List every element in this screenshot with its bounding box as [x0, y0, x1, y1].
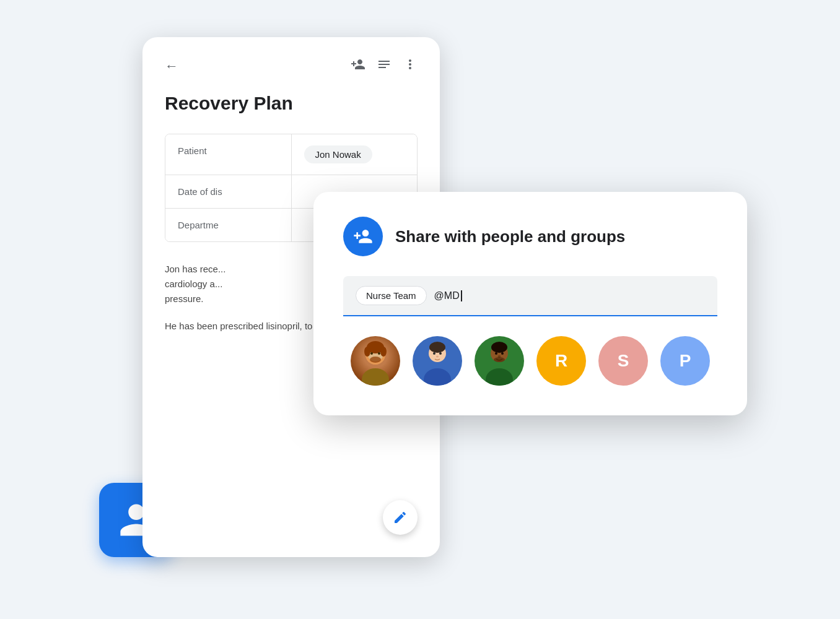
svg-point-2 [362, 368, 389, 386]
more-icon[interactable] [403, 57, 418, 76]
svg-point-9 [370, 357, 381, 363]
text-cursor [461, 290, 462, 301]
share-dialog: Share with people and groups Nurse Team … [313, 192, 747, 415]
scene: ← Recovery Plan Patient [0, 0, 840, 619]
add-person-icon[interactable] [351, 57, 365, 76]
share-input-text: @MD [434, 290, 462, 301]
date-label: Date of dis [165, 175, 292, 208]
dept-label: Departme [165, 209, 292, 241]
svg-point-16 [486, 368, 513, 386]
patient-value: Jon Nowak [292, 134, 418, 175]
avatars-row: R S P [343, 336, 717, 386]
svg-point-5 [364, 347, 370, 357]
svg-point-15 [436, 356, 439, 358]
notes-icon[interactable] [377, 57, 392, 76]
svg-point-6 [380, 347, 387, 357]
avatar-r-letter: R [555, 351, 567, 371]
edit-icon [393, 510, 408, 525]
svg-point-12 [429, 342, 445, 353]
svg-point-13 [433, 352, 435, 355]
avatar-1-illustration [351, 336, 400, 386]
avatar-s[interactable]: S [598, 336, 648, 386]
share-icon-circle [343, 217, 383, 256]
svg-point-10 [424, 368, 451, 386]
avatar-p-letter: P [680, 351, 691, 371]
top-icons [351, 57, 418, 76]
svg-point-7 [370, 352, 373, 355]
svg-point-20 [501, 352, 504, 355]
typed-text: @MD [434, 290, 460, 301]
top-bar: ← [165, 57, 418, 76]
patient-chip: Jon Nowak [304, 145, 372, 163]
edit-fab[interactable] [383, 500, 418, 535]
svg-point-14 [439, 352, 442, 355]
svg-point-22 [494, 357, 505, 362]
recovery-plan-title: Recovery Plan [165, 93, 418, 114]
avatar-1[interactable] [351, 336, 400, 386]
avatar-2-illustration [413, 336, 462, 386]
svg-point-18 [491, 342, 507, 353]
nurse-team-chip: Nurse Team [356, 286, 427, 305]
back-button[interactable]: ← [165, 58, 178, 74]
svg-point-8 [378, 352, 380, 355]
share-person-add-icon [353, 227, 373, 246]
avatar-2[interactable] [413, 336, 462, 386]
dialog-title: Share with people and groups [395, 227, 625, 246]
avatar-r[interactable]: R [536, 336, 586, 386]
avatar-3[interactable] [475, 336, 524, 386]
patient-label: Patient [165, 134, 292, 175]
avatar-p[interactable]: P [660, 336, 710, 386]
avatar-s-letter: S [618, 351, 629, 371]
share-input-area[interactable]: Nurse Team @MD [343, 276, 717, 316]
avatar-3-illustration [475, 336, 524, 386]
patient-row: Patient Jon Nowak [165, 134, 417, 175]
svg-point-19 [495, 352, 497, 355]
dialog-header: Share with people and groups [343, 217, 717, 256]
